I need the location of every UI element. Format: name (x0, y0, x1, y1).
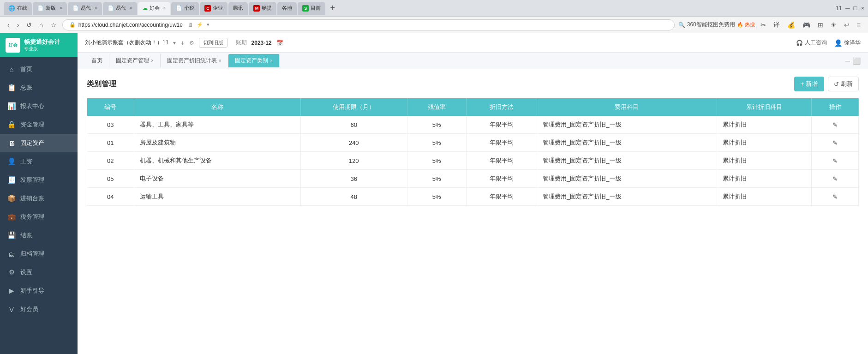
add-account-icon[interactable]: + (180, 39, 184, 47)
url-input[interactable]: 🔒 https://cloud.chanjet.com/accounting/u… (62, 19, 675, 30)
sidebar-item-guide[interactable]: ▶ 新手引导 (0, 282, 78, 300)
table-row: 03 器具、工具、家具等 60 5% 年限平均 管理费用_固定资产折旧_一级 累… (87, 116, 859, 134)
scissors-button[interactable]: ✂ (759, 20, 768, 30)
guide-nav-label: 新手引导 (20, 287, 44, 295)
translate-button[interactable]: 译 (772, 20, 782, 30)
tab-minimize-button[interactable]: ─ (845, 57, 850, 65)
forward-button[interactable]: › (15, 20, 21, 30)
fixed-mgmt-close-icon[interactable]: × (151, 58, 154, 63)
sidebar-item-settings[interactable]: ⚙ 设置 (0, 263, 78, 282)
funds-nav-icon: 🔒 (7, 120, 16, 129)
sidebar-item-home[interactable]: ⌂ 首页 (0, 60, 78, 78)
cell-accumulated: 累计折旧 (717, 116, 811, 134)
bookmark-button[interactable]: ☆ (49, 20, 59, 30)
cell-accumulated: 累计折旧 (717, 152, 811, 170)
col-header-name: 名称 (134, 98, 300, 116)
sidebar-item-reports[interactable]: 📊 报表中心 (0, 97, 78, 115)
tab-haosuan[interactable]: ☁好会× (138, 2, 171, 15)
cell-edit-action[interactable]: ✎ (812, 152, 859, 170)
sidebar-item-invoice[interactable]: 🧾 发票管理 (0, 171, 78, 189)
cell-period: 48 (300, 188, 407, 206)
close-button[interactable]: × (861, 5, 864, 12)
refresh-button[interactable]: ↺ 刷新 (828, 77, 859, 91)
table-header: 编号 名称 使用期限（月） 残值率 折旧方法 费用科目 累计折旧科目 操作 (87, 98, 859, 116)
page-tab-depreciation[interactable]: 固定资产折旧统计表 × (161, 54, 228, 67)
sidebar-nav: ⌂ 首页 📋 总账 📊 报表中心 🔒 资金管理 🖥 固定资产 👤 工资 (0, 57, 78, 354)
sidebar: 好会 畅捷通好会计 专业版 ⌂ 首页 📋 总账 📊 报表中心 🔒 资金管理 (0, 33, 78, 354)
sidebar-item-settlement[interactable]: 💾 结账 (0, 226, 78, 245)
tab-qiye[interactable]: C企业 (200, 2, 227, 15)
tab-tengxun[interactable]: 腾讯 (228, 2, 248, 15)
sidebar-item-fixed-assets[interactable]: 🖥 固定资产 (0, 134, 78, 152)
col-header-expense: 费用科目 (537, 98, 717, 116)
cell-edit-action[interactable]: ✎ (812, 170, 859, 188)
hot-search-tag[interactable]: 🔥 热搜 (737, 21, 755, 28)
section-header: 类别管理 + 新增 ↺ 刷新 (87, 77, 859, 91)
sidebar-logo: 好会 畅捷通好会计 专业版 (0, 33, 78, 57)
cell-edit-action[interactable]: ✎ (812, 134, 859, 152)
maximize-button[interactable]: □ (854, 5, 857, 12)
sidebar-item-archive[interactable]: 🗂 归档管理 (0, 245, 78, 263)
cell-edit-action[interactable]: ✎ (812, 116, 859, 134)
tab-xin[interactable]: 📄新版× (33, 2, 67, 15)
add-button[interactable]: + 新增 (794, 77, 824, 91)
page-tab-category[interactable]: 固定资产类别 × (228, 54, 280, 67)
tab-expand-button[interactable]: ⬜ (853, 57, 861, 65)
menu-button[interactable]: ≡ (855, 20, 862, 30)
sidebar-item-ledger[interactable]: 📋 总账 (0, 78, 78, 97)
col-header-rate: 残值率 (407, 98, 466, 116)
category-close-icon[interactable]: × (270, 58, 273, 63)
switch-version-button[interactable]: 切到旧版 (199, 38, 227, 48)
top-bar: 刘小艳演示账套（勿删勿动！）11 ▾ + ⚙ 切到旧版 账期 2023-12 📅… (78, 33, 868, 53)
tab-mubiao[interactable]: S目前 (298, 2, 325, 15)
tax-nav-label: 税务管理 (20, 213, 44, 221)
calendar-icon[interactable]: 📅 (276, 40, 283, 46)
user-avatar-button[interactable]: 👤 徐泽华 (834, 39, 861, 47)
wallet-button[interactable]: 💰 (785, 20, 797, 30)
refresh-label: 刷新 (841, 80, 853, 88)
home-button[interactable]: ⌂ (37, 20, 45, 30)
tab-count-badge: 11 (836, 5, 842, 12)
archive-nav-icon: 🗂 (7, 250, 16, 258)
tab-window-controls: ─ ⬜ (845, 57, 861, 65)
page-tab-home[interactable]: 首页 (85, 54, 109, 67)
undo-button[interactable]: ↩ (842, 20, 851, 30)
back-button[interactable]: ‹ (6, 20, 12, 30)
minimize-button[interactable]: ─ (845, 5, 850, 12)
dropdown-arrow[interactable]: ▾ (173, 40, 176, 46)
reload-button[interactable]: ↺ (24, 20, 34, 30)
table-row: 04 运输工具 48 5% 年限平均 管理费用_固定资产折旧_一级 累计折旧 ✎ (87, 188, 859, 206)
sidebar-item-inout[interactable]: 📦 进销台账 (0, 189, 78, 208)
brightness-button[interactable]: ☀ (829, 20, 838, 30)
page-tab-fixed-mgmt[interactable]: 固定资产管理 × (109, 54, 161, 67)
table-row: 05 电子设备 36 5% 年限平均 管理费用_固定资产折旧_一级 累计折旧 ✎ (87, 170, 859, 188)
tab-yidai2[interactable]: 📄易代× (103, 2, 137, 15)
depreciation-close-icon[interactable]: × (219, 58, 221, 63)
page-title: 类别管理 (87, 79, 116, 89)
sidebar-item-funds[interactable]: 🔒 资金管理 (0, 115, 78, 134)
search-placeholder-text: 360智能抠图免费用 (687, 21, 735, 29)
sidebar-item-payroll[interactable]: 👤 工资 (0, 152, 78, 171)
header-actions: + 新增 ↺ 刷新 (794, 77, 859, 91)
cell-code: 03 (87, 116, 134, 134)
tab-yidai1[interactable]: 📄易代× (68, 2, 102, 15)
logo-subtitle: 专业版 (24, 46, 60, 52)
page-body: 类别管理 + 新增 ↺ 刷新 编号 名称 使用期限（月） 残值率 (78, 69, 868, 354)
cell-edit-action[interactable]: ✎ (812, 188, 859, 206)
tab-geshuai[interactable]: 📄个税 (171, 2, 199, 15)
user-display: 刘小艳演示账套（勿删勿动！）11 (85, 39, 168, 47)
invoice-nav-label: 发票管理 (20, 176, 44, 184)
tab-changte[interactable]: M畅提 (249, 2, 276, 15)
game-button[interactable]: 🎮 (801, 20, 812, 30)
tab-gedi[interactable]: 各地 (277, 2, 297, 15)
settings-topbar-icon[interactable]: ⚙ (189, 40, 194, 46)
cell-rate: 5% (407, 116, 466, 134)
sidebar-item-vip[interactable]: V 好会员 (0, 300, 78, 318)
help-button[interactable]: 🎧 人工咨询 (796, 39, 827, 47)
sidebar-item-tax[interactable]: 💼 税务管理 (0, 208, 78, 226)
tab-zaixian[interactable]: 🌐 在线 (4, 2, 32, 15)
grid-button[interactable]: ⊞ (816, 20, 825, 30)
new-tab-button[interactable]: + (326, 3, 339, 13)
ledger-nav-icon: 📋 (7, 84, 16, 92)
col-header-code: 编号 (87, 98, 134, 116)
